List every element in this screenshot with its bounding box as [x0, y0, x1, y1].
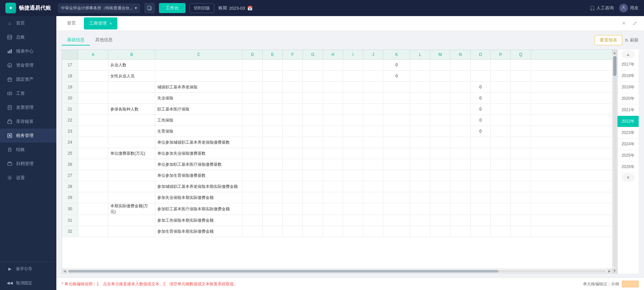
cell-m-32[interactable]	[430, 226, 450, 237]
tab-close-icon[interactable]: ×	[109, 21, 112, 26]
cell-c-32[interactable]: 参加生育保险本期实际缴费金额	[155, 226, 243, 237]
cell-n-19[interactable]	[450, 82, 471, 92]
cell-h-25[interactable]	[323, 148, 343, 159]
cell-o-27[interactable]	[471, 170, 491, 181]
cell-d-29[interactable]	[243, 192, 263, 203]
h-scroll-track[interactable]	[68, 270, 606, 273]
cell-d-18[interactable]	[243, 71, 263, 81]
sidebar-item-unpin[interactable]: ◀◀ 取消固定	[0, 276, 56, 290]
cell-m-28[interactable]	[430, 181, 450, 192]
cell-i-19[interactable]	[343, 82, 363, 92]
cell-i-21[interactable]	[343, 104, 363, 115]
cell-d-24[interactable]	[243, 137, 263, 148]
cell-k-25[interactable]	[383, 148, 410, 159]
cell-p-25[interactable]	[491, 148, 511, 159]
cell-j-23[interactable]	[363, 126, 383, 137]
cell-i-22[interactable]	[343, 115, 363, 126]
window-close-button[interactable]: ×	[620, 19, 628, 27]
cell-l-25[interactable]	[410, 148, 430, 159]
old-version-button[interactable]: 切到旧版	[190, 3, 214, 13]
cell-j-28[interactable]	[363, 181, 383, 192]
cell-k-29[interactable]	[383, 192, 410, 203]
table-row[interactable]: 18女性从业人员0	[62, 71, 612, 82]
sidebar-item-report[interactable]: 报表中心	[0, 44, 56, 58]
copy-button[interactable]	[144, 3, 155, 13]
cell-l-20[interactable]	[410, 93, 430, 103]
cell-b-19[interactable]	[108, 82, 155, 92]
cell-a-22[interactable]	[78, 115, 108, 126]
cell-e-27[interactable]	[263, 170, 283, 181]
cell-j-18[interactable]	[363, 71, 383, 81]
cell-k-31[interactable]	[383, 215, 410, 226]
cell-g-26[interactable]	[303, 159, 323, 170]
cell-d-20[interactable]	[243, 93, 263, 103]
cell-k-18[interactable]: 0	[383, 71, 410, 81]
cell-d-28[interactable]	[243, 181, 263, 192]
sidebar-item-archive[interactable]: 归档管理	[0, 157, 56, 171]
table-row[interactable]: 28参加城镇职工基本养老保险本期实际缴费金额	[62, 181, 612, 192]
cell-g-31[interactable]	[303, 215, 323, 226]
sidebar-item-guide[interactable]: ▶ 新手引导	[0, 262, 56, 276]
cell-m-23[interactable]	[430, 126, 450, 137]
cell-e-21[interactable]	[263, 104, 283, 115]
cell-i-18[interactable]	[343, 71, 363, 81]
table-row[interactable]: 22工伤保险0	[62, 115, 612, 126]
table-row[interactable]: 30本期实际缴费金额(万元)参加职工基本医疗保险本期实际缴费金额	[62, 203, 612, 215]
cell-p-24[interactable]	[491, 137, 511, 148]
cell-o-20[interactable]: 0	[471, 93, 491, 103]
cell-l-19[interactable]	[410, 82, 430, 92]
company-selector[interactable]: 中审众环会计师事务所（特殊普通合伙... ▾	[58, 3, 140, 13]
cell-g-27[interactable]	[303, 170, 323, 181]
year-item-2020[interactable]: 2020年	[618, 93, 639, 104]
cell-k-27[interactable]	[383, 170, 410, 181]
cell-h-18[interactable]	[323, 71, 343, 81]
cell-j-24[interactable]	[363, 137, 383, 148]
cell-p-26[interactable]	[491, 159, 511, 170]
cell-j-30[interactable]	[363, 203, 383, 215]
table-row[interactable]: 19城镇职工基本养老保险0	[62, 82, 612, 93]
cell-l-29[interactable]	[410, 192, 430, 203]
cell-c-30[interactable]: 参加职工基本医疗保险本期实际缴费金额	[155, 203, 243, 215]
sidebar-item-tax[interactable]: 税务管理	[0, 129, 56, 143]
cell-b-32[interactable]	[108, 226, 155, 237]
table-row[interactable]: 32参加生育保险本期实际缴费金额	[62, 226, 612, 237]
cell-h-28[interactable]	[323, 181, 343, 192]
year-item-2024[interactable]: 2024年	[618, 139, 639, 150]
cell-q-17[interactable]	[511, 60, 531, 70]
h-scroll-right-button[interactable]: ▶	[607, 269, 612, 274]
cell-j-32[interactable]	[363, 226, 383, 237]
year-item-2021[interactable]: 2021年	[618, 104, 639, 116]
cell-j-26[interactable]	[363, 159, 383, 170]
tab-active[interactable]: 工商管理 ×	[84, 17, 117, 29]
cell-n-27[interactable]	[450, 170, 471, 181]
cell-g-22[interactable]	[303, 115, 323, 126]
year-item-2017[interactable]: 2017年	[618, 59, 639, 70]
cell-a-24[interactable]	[78, 137, 108, 148]
cell-q-21[interactable]	[511, 104, 531, 115]
cell-m-24[interactable]	[430, 137, 450, 148]
cell-g-19[interactable]	[303, 82, 323, 92]
cell-c-22[interactable]: 工伤保险	[155, 115, 243, 126]
cell-i-28[interactable]	[343, 181, 363, 192]
cell-n-31[interactable]	[450, 215, 471, 226]
cell-k-26[interactable]	[383, 159, 410, 170]
cell-n-32[interactable]	[450, 226, 471, 237]
sidebar-item-home[interactable]: ⌂ 首页	[0, 16, 56, 30]
cell-h-27[interactable]	[323, 170, 343, 181]
cell-i-25[interactable]	[343, 148, 363, 159]
cell-g-28[interactable]	[303, 181, 323, 192]
cell-h-17[interactable]	[323, 60, 343, 70]
workbench-button[interactable]: 工作台	[159, 3, 185, 13]
cell-k-23[interactable]	[383, 126, 410, 137]
cell-m-21[interactable]	[430, 104, 450, 115]
cell-n-28[interactable]	[450, 181, 471, 192]
cell-c-25[interactable]: 单位参加失业保险缴费基数	[155, 148, 243, 159]
cell-g-18[interactable]	[303, 71, 323, 81]
cell-f-24[interactable]	[283, 137, 303, 148]
cell-b-31[interactable]	[108, 215, 155, 226]
table-row[interactable]: 29参加失业保险本期实际缴费金额	[62, 192, 612, 203]
table-row[interactable]: 26单位参加职工基本医疗保险缴费基数	[62, 159, 612, 170]
cell-a-30[interactable]	[78, 203, 108, 215]
cell-j-20[interactable]	[363, 93, 383, 103]
sidebar-item-settings[interactable]: 设置	[0, 171, 56, 185]
